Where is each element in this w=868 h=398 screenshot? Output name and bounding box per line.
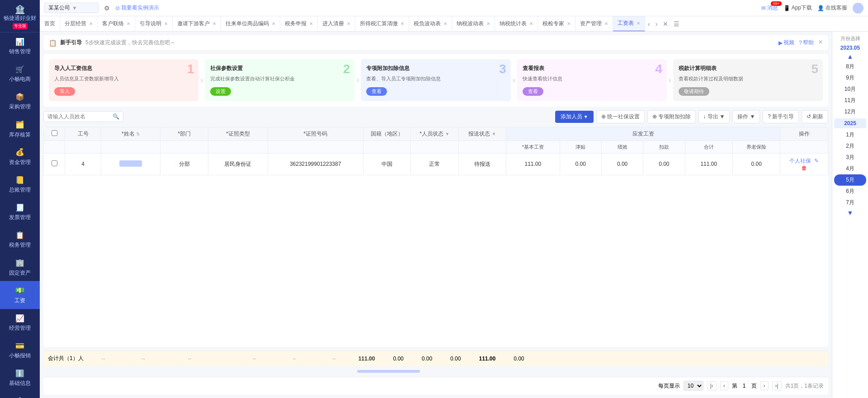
special-deduct-btn[interactable]: ⊕ 专项附加扣除 bbox=[647, 110, 696, 123]
month-item-9[interactable]: 9月 bbox=[834, 72, 866, 84]
month-item-7[interactable]: 7月 bbox=[834, 197, 866, 208]
status-filter-icon[interactable]: ▼ bbox=[445, 131, 449, 136]
tab-tax-report-close[interactable]: ✕ bbox=[309, 21, 313, 26]
social-security-btn[interactable]: ⊕ 统一社保设置 bbox=[596, 110, 645, 123]
tab-invite-close[interactable]: ✕ bbox=[212, 21, 216, 26]
action-btn[interactable]: 操作 ▼ bbox=[732, 110, 760, 123]
sidebar-item-expense[interactable]: 💳 小畅报销 bbox=[0, 337, 40, 364]
demo-link[interactable]: ⊙ 我要看实例演示 bbox=[115, 4, 159, 12]
guide-help-btn[interactable]: ? 帮助 bbox=[799, 39, 814, 47]
prev-page-btn[interactable]: ‹ bbox=[720, 381, 728, 390]
tab-tax-expert[interactable]: 税检专家 ✕ bbox=[538, 16, 576, 32]
month-item-6[interactable]: 6月 bbox=[834, 186, 866, 197]
month-item-8[interactable]: 8月 bbox=[834, 61, 866, 72]
tab-close-all-btn[interactable]: ✕ bbox=[660, 20, 671, 28]
tab-income-tax[interactable]: 所得税汇算清缴 ✕ bbox=[355, 16, 409, 32]
month-item-1[interactable]: 1月 bbox=[834, 129, 866, 140]
tab-salary-table-close[interactable]: ✕ bbox=[637, 21, 640, 26]
tab-tax-expert-close[interactable]: ✕ bbox=[567, 21, 571, 26]
tab-guide-close[interactable]: ✕ bbox=[164, 21, 168, 26]
tab-invite[interactable]: 邀请下游客户 ✕ bbox=[173, 16, 221, 32]
tab-tax-wave[interactable]: 纳税波动表 ✕ bbox=[452, 16, 495, 32]
sidebar-item-assets[interactable]: 🏢 固定资产 bbox=[0, 253, 40, 281]
sidebar-item-sales[interactable]: 📊 销售管理 bbox=[0, 33, 40, 60]
row-delete-btn[interactable]: 🗑 bbox=[802, 165, 807, 171]
month-item-3[interactable]: 3月 bbox=[834, 152, 866, 163]
step-3-btn[interactable]: 查看 bbox=[366, 87, 387, 96]
tab-home[interactable]: 首页 bbox=[40, 16, 60, 32]
tab-partner-code[interactable]: 往来单位商品编码 ✕ bbox=[221, 16, 280, 32]
newbie-guide-btn[interactable]: ? 新手引导 bbox=[763, 110, 799, 123]
horizontal-scrollbar[interactable] bbox=[43, 370, 828, 373]
gear-icon[interactable]: ⚙ bbox=[101, 5, 113, 12]
guide-close-btn[interactable]: ✕ bbox=[818, 39, 823, 47]
sidebar-item-system[interactable]: ⚙️ 系统管理 bbox=[0, 392, 40, 398]
tab-guide[interactable]: 引导说明 ✕ bbox=[135, 16, 173, 32]
sidebar-item-invoice[interactable]: 🧾 发票管理 bbox=[0, 198, 40, 226]
sidebar-item-finance[interactable]: 💰 资金管理 bbox=[0, 143, 40, 170]
scroll-thumb[interactable] bbox=[357, 370, 420, 373]
tab-tax-burden-close[interactable]: ✕ bbox=[443, 21, 447, 26]
sidebar-item-inventory[interactable]: 🗂️ 库存核算 bbox=[0, 115, 40, 143]
guide-video-btn[interactable]: ▶ 视频 bbox=[778, 39, 794, 47]
add-person-button[interactable]: 添加人员 ▼ bbox=[555, 111, 594, 123]
online-service-btn[interactable]: 👤 在线客服 bbox=[817, 4, 847, 12]
month-item-5[interactable]: 5月 bbox=[834, 174, 866, 186]
sidebar-item-salary[interactable]: 💵 工资 bbox=[0, 281, 40, 309]
month-item-10[interactable]: 10月 bbox=[834, 84, 866, 95]
month-item-2[interactable]: 2月 bbox=[834, 140, 866, 152]
month-item-4[interactable]: 4月 bbox=[834, 163, 866, 174]
row-checkbox[interactable] bbox=[52, 160, 57, 166]
sidebar-item-tax[interactable]: 📋 税务管理 bbox=[0, 226, 40, 253]
message-btn[interactable]: ✉ 消息 99+ bbox=[761, 4, 778, 12]
per-page-select[interactable]: 10 20 50 bbox=[684, 381, 703, 391]
tab-menu-btn[interactable]: ☰ bbox=[671, 20, 682, 28]
avatar[interactable] bbox=[853, 3, 863, 14]
sidebar-item-ledger[interactable]: 📒 总账管理 bbox=[0, 171, 40, 198]
step-4-btn[interactable]: 查看 bbox=[523, 87, 543, 96]
month-prev-btn[interactable]: ▲ bbox=[847, 52, 854, 61]
next-page-btn[interactable]: › bbox=[760, 381, 769, 390]
app-download-btn[interactable]: 📱 App下载 bbox=[783, 4, 812, 12]
month-next-btn[interactable]: ▼ bbox=[847, 208, 854, 217]
export-btn[interactable]: ↓ 导出 ▼ bbox=[698, 110, 730, 123]
sidebar-item-basic[interactable]: ℹ️ 基础信息 bbox=[0, 364, 40, 392]
tab-tax-wave-close[interactable]: ✕ bbox=[486, 21, 490, 26]
tab-partner-code-close[interactable]: ✕ bbox=[272, 21, 275, 26]
step-2-btn[interactable]: 设置 bbox=[210, 87, 231, 96]
company-selector[interactable]: 某某公司 ▼ bbox=[44, 3, 99, 13]
tab-asset-mgmt-close[interactable]: ✕ bbox=[604, 21, 608, 26]
select-all-checkbox[interactable] bbox=[52, 130, 57, 136]
report-filter-icon[interactable]: ▼ bbox=[492, 131, 496, 136]
tab-prev-btn[interactable]: ‹ bbox=[645, 20, 653, 28]
tab-crm[interactable]: 客户联络 ✕ bbox=[98, 16, 135, 32]
row-personal-insurance-btn[interactable]: 个人社保 bbox=[789, 158, 811, 164]
tab-tax-burden[interactable]: 税负波动表 ✕ bbox=[409, 16, 452, 32]
tab-crm-close[interactable]: ✕ bbox=[127, 21, 130, 26]
search-icon[interactable]: 🔍 bbox=[113, 113, 119, 120]
last-page-btn[interactable]: ›| bbox=[772, 381, 782, 390]
month-item-11[interactable]: 11月 bbox=[834, 95, 866, 106]
tab-income-tax-close[interactable]: ✕ bbox=[401, 21, 404, 26]
refresh-btn[interactable]: ↺ 刷新 bbox=[802, 110, 828, 123]
tab-tax-stat-close[interactable]: ✕ bbox=[529, 21, 533, 26]
sidebar-item-ecommerce[interactable]: 🛒 小畅电商 bbox=[0, 60, 40, 88]
tab-layer[interactable]: 分层经营 ✕ bbox=[60, 16, 98, 32]
sidebar-item-purchase[interactable]: 📦 采购管理 bbox=[0, 88, 40, 115]
tab-asset-mgmt[interactable]: 资产管理 ✕ bbox=[576, 16, 613, 32]
name-sort-icon[interactable]: ⇅ bbox=[136, 131, 140, 136]
tab-tax-report[interactable]: 税务申报 ✕ bbox=[280, 16, 318, 32]
tab-tax-stat[interactable]: 纳税统计表 ✕ bbox=[495, 16, 538, 32]
tab-clearance[interactable]: 进入清册 ✕ bbox=[318, 16, 355, 32]
step-1-btn[interactable]: 导入 bbox=[54, 87, 75, 96]
first-page-btn[interactable]: |‹ bbox=[707, 381, 717, 390]
tab-salary-table[interactable]: 工资表 ✕ bbox=[613, 16, 645, 32]
tab-layer-close[interactable]: ✕ bbox=[89, 21, 93, 26]
tab-clearance-close[interactable]: ✕ bbox=[347, 21, 350, 26]
row-edit-btn[interactable]: ✎ bbox=[814, 158, 819, 164]
search-input[interactable] bbox=[47, 113, 111, 120]
step-5-btn[interactable]: 敬请期待 bbox=[679, 87, 709, 96]
sidebar-item-operations[interactable]: 📈 经营管理 bbox=[0, 309, 40, 337]
month-item-12[interactable]: 12月 bbox=[834, 106, 866, 117]
tab-next-btn[interactable]: › bbox=[653, 20, 660, 28]
